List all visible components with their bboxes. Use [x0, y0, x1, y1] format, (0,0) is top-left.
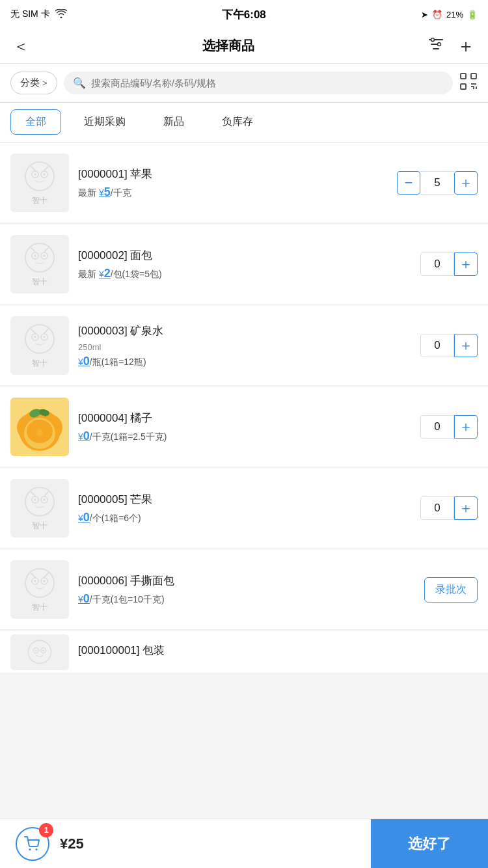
product-name: [0000006] 手撕面包: [78, 573, 415, 588]
tab-new[interactable]: 新品: [148, 109, 199, 135]
svg-point-21: [43, 254, 46, 257]
battery-icon: 🔋: [467, 10, 478, 20]
tab-all[interactable]: 全部: [10, 109, 61, 135]
quantity-control: ＋: [420, 334, 478, 357]
product-price: 最新 ¥5/千克: [78, 185, 388, 199]
add-button[interactable]: ＋: [457, 34, 475, 59]
wifi-icon: [55, 9, 67, 20]
owl-placeholder: 智十: [23, 485, 56, 532]
svg-point-48: [42, 649, 44, 651]
brand-text: 智十: [32, 195, 47, 206]
svg-point-26: [43, 336, 46, 338]
nav-bar: ＜ 选择商品 ＋: [0, 29, 488, 64]
svg-point-42: [34, 580, 36, 582]
filter-icon[interactable]: [428, 37, 444, 55]
decrease-button[interactable]: −: [397, 171, 420, 195]
product-info: [0000003] 矿泉水 250ml ¥0/瓶(1箱=12瓶): [78, 323, 411, 368]
quantity-control: ＋: [420, 252, 478, 276]
svg-rect-6: [471, 74, 476, 79]
svg-rect-5: [461, 74, 466, 79]
tab-negative[interactable]: 负库存: [207, 109, 268, 135]
product-list: 智十 [0000001] 苹果 最新 ¥5/千克 − ＋: [0, 143, 488, 673]
tab-bar: 全部 近期采购 新品 负库存: [0, 103, 488, 143]
svg-point-50: [36, 848, 38, 850]
carrier-label: 无 SIM 卡: [10, 8, 50, 20]
quantity-input[interactable]: [420, 415, 454, 439]
quantity-input[interactable]: [420, 252, 454, 276]
product-name: [0000004] 橘子: [78, 411, 411, 426]
status-bar: 无 SIM 卡 下午6:08 ➤ ⏰ 21% 🔋: [0, 0, 488, 29]
product-name: [000100001] 包装: [78, 643, 478, 658]
confirm-button[interactable]: 选好了: [371, 819, 488, 869]
owl-placeholder: 智十: [23, 241, 56, 288]
svg-point-39: [25, 569, 54, 597]
brand-text: 智十: [32, 358, 47, 369]
product-name: [0000001] 苹果: [78, 167, 388, 182]
category-button[interactable]: 分类 >: [10, 72, 57, 94]
search-input[interactable]: [91, 77, 444, 88]
increase-button[interactable]: ＋: [454, 496, 478, 520]
location-icon: ➤: [421, 10, 428, 20]
product-price: ¥0/千克(1包=10千克): [78, 592, 415, 606]
list-item: 智十 [0000006] 手撕面包 ¥0/千克(1包=10千克) 录批次: [0, 550, 488, 630]
tab-recent[interactable]: 近期采购: [69, 109, 141, 135]
cart-section: 1 ¥25: [0, 827, 371, 861]
brand-text: 智十: [32, 602, 47, 613]
svg-point-12: [25, 162, 54, 191]
product-price: ¥0/瓶(1箱=12瓶): [78, 355, 411, 368]
svg-point-16: [43, 173, 46, 176]
increase-button[interactable]: ＋: [454, 252, 478, 276]
svg-point-4: [438, 42, 441, 46]
svg-point-25: [34, 336, 36, 338]
product-image: 智十: [10, 560, 69, 619]
product-image: 智十: [10, 235, 69, 293]
owl-placeholder: 智十: [23, 160, 56, 206]
quantity-control: ＋: [420, 415, 478, 439]
svg-point-44: [28, 640, 51, 663]
product-info: [0000002] 面包 最新 ¥2/包(1袋=5包): [78, 248, 411, 280]
product-info: [0000005] 芒果 ¥0/个(1箱=6个): [78, 492, 411, 524]
product-info: [0000004] 橘子 ¥0/千克(1箱=2.5千克): [78, 411, 411, 443]
page-title: 选择商品: [202, 37, 254, 55]
quantity-control: ＋: [420, 496, 478, 520]
product-image: [10, 398, 69, 456]
svg-point-20: [34, 254, 36, 257]
product-price: 最新 ¥2/包(1袋=5包): [78, 267, 411, 280]
increase-button[interactable]: ＋: [454, 171, 478, 195]
quantity-control: − ＋: [397, 171, 478, 195]
product-price: ¥0/个(1箱=6个): [78, 511, 411, 524]
list-item: 智十 [0000001] 苹果 最新 ¥5/千克 − ＋: [0, 143, 488, 223]
product-price: ¥0/千克(1箱=2.5千克): [78, 429, 411, 443]
svg-point-49: [29, 848, 31, 850]
battery-label: 21%: [446, 10, 463, 20]
brand-text: 智十: [32, 277, 47, 288]
back-button[interactable]: ＜: [13, 36, 29, 57]
svg-point-37: [34, 498, 36, 501]
list-item: 智十 [0000002] 面包 最新 ¥2/包(1袋=5包) ＋: [0, 224, 488, 305]
svg-point-34: [25, 487, 54, 516]
batch-button[interactable]: 录批次: [424, 577, 478, 603]
owl-placeholder: 智十: [23, 323, 56, 369]
quantity-input[interactable]: [420, 334, 454, 357]
quantity-input[interactable]: [420, 171, 454, 195]
svg-point-38: [43, 498, 46, 501]
status-right: ➤ ⏰ 21% 🔋: [421, 10, 478, 20]
product-info: [0000006] 手撕面包 ¥0/千克(1包=10千克): [78, 573, 415, 606]
category-chevron-icon: >: [42, 78, 47, 88]
quantity-input[interactable]: [420, 496, 454, 520]
product-name: [0000005] 芒果: [78, 492, 411, 507]
brand-text: 智十: [32, 521, 47, 532]
svg-rect-7: [461, 84, 466, 89]
bottom-bar: 1 ¥25 选好了: [0, 819, 488, 868]
search-row: 分类 > 🔍: [0, 64, 488, 103]
svg-point-15: [34, 173, 36, 176]
alarm-icon: ⏰: [432, 10, 442, 20]
increase-button[interactable]: ＋: [454, 415, 478, 439]
svg-point-47: [35, 649, 37, 651]
owl-placeholder: 智十: [23, 567, 56, 613]
scan-icon[interactable]: [459, 72, 478, 94]
cart-icon[interactable]: 1: [16, 827, 49, 861]
increase-button[interactable]: ＋: [454, 334, 478, 357]
nav-left: ＜: [13, 36, 29, 57]
owl-placeholder: [27, 639, 53, 665]
